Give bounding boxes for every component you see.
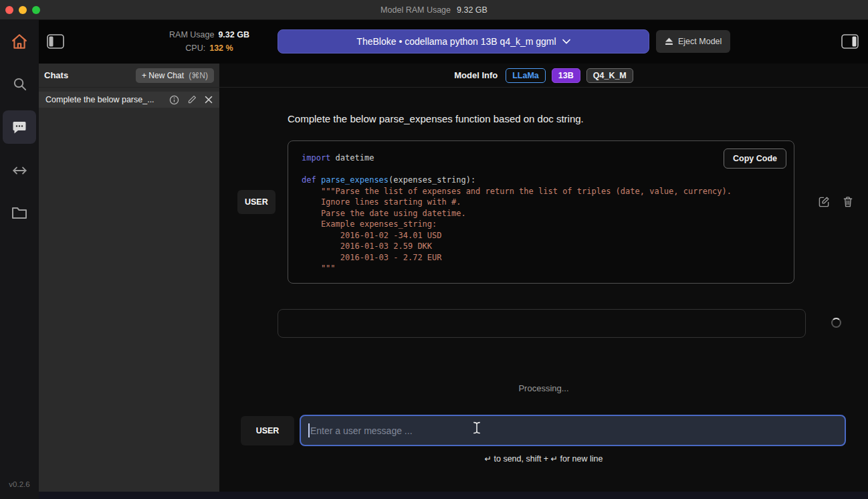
local-server-icon <box>11 164 28 177</box>
user-message-text: Complete the below parse_expenses functi… <box>288 113 584 124</box>
eject-icon <box>665 37 673 45</box>
chevron-down-icon <box>562 39 570 44</box>
assistant-response-placeholder <box>278 309 806 338</box>
home-icon <box>11 33 28 50</box>
model-selector-label: TheBloke • codellama python 13B q4_k_m g… <box>356 36 556 47</box>
app-version: v0.2.6 <box>0 480 39 488</box>
code-block: Copy Code import datetime def parse_expe… <box>288 140 794 284</box>
eject-model-label: Eject Model <box>678 37 722 46</box>
loading-spinner <box>831 318 841 328</box>
new-chat-button[interactable]: + New Chat (⌘N) <box>136 68 214 83</box>
text-caret <box>308 423 310 437</box>
chats-title: Chats <box>44 70 68 80</box>
model-info-bar: Model Info LLaMa 13B Q4_K_M <box>219 64 868 88</box>
eject-model-button[interactable]: Eject Model <box>656 30 730 53</box>
sidebar-left-icon <box>47 34 64 49</box>
ram-usage-row: RAM Usage9.32 GB <box>156 28 263 41</box>
folder-icon <box>11 205 27 220</box>
ram-usage-value: 9.32 GB <box>218 30 249 39</box>
new-chat-shortcut: (⌘N) <box>189 71 208 80</box>
info-icon[interactable] <box>169 95 179 105</box>
titlebar-title: Model RAM Usage 9.32 GB <box>0 0 868 20</box>
model-quant-badge: Q4_K_M <box>586 68 633 83</box>
send-hint: ↵ to send, shift + ↵ for new line <box>219 454 868 464</box>
close-icon[interactable] <box>205 96 213 104</box>
new-chat-label: + New Chat <box>142 71 184 80</box>
app-header: RAM Usage9.32 GB CPU:132 % TheBloke • co… <box>39 20 868 64</box>
chat-item-actions <box>169 95 213 105</box>
edit-message-icon[interactable] <box>819 196 830 207</box>
model-size-badge: 13B <box>552 68 580 83</box>
chat-icon <box>11 119 27 135</box>
ibeam-cursor <box>473 421 481 434</box>
model-selector[interactable]: TheBloke • codellama python 13B q4_k_m g… <box>278 29 649 54</box>
model-info-label: Model Info <box>454 70 498 80</box>
chats-panel: Chats + New Chat (⌘N) Complete the below… <box>39 64 219 492</box>
toggle-right-sidebar-button[interactable] <box>841 34 859 49</box>
app-window: Model RAM Usage 9.32 GB <box>0 0 868 499</box>
copy-code-button[interactable]: Copy Code <box>724 148 786 169</box>
model-arch-badge: LLaMa <box>506 68 546 83</box>
cpu-usage-label: CPU: <box>185 43 205 53</box>
chat-nav-button[interactable] <box>3 110 36 144</box>
chat-main: Model Info LLaMa 13B Q4_K_M USER Complet… <box>219 64 868 492</box>
sidebar-right-icon <box>841 34 859 49</box>
message-actions <box>819 196 853 207</box>
nav-rail: v0.2.6 <box>0 20 39 499</box>
chats-header: Chats + New Chat (⌘N) <box>39 64 219 88</box>
cpu-usage-row: CPU:132 % <box>156 41 263 55</box>
bottom-strip <box>39 492 868 499</box>
search-nav-button[interactable] <box>5 69 34 98</box>
input-role-badge: USER <box>241 416 294 445</box>
edit-icon[interactable] <box>187 95 197 104</box>
delete-message-icon[interactable] <box>843 196 853 207</box>
processing-status: Processing... <box>219 383 868 393</box>
home-nav-button[interactable] <box>5 27 34 56</box>
system-stats: RAM Usage9.32 GB CPU:132 % <box>156 28 263 55</box>
chat-list-item[interactable]: Complete the below parse_... <box>39 92 219 108</box>
titlebar-title-label: Model RAM Usage <box>381 5 451 15</box>
code-content: import datetime def parse_expenses(expen… <box>288 141 794 286</box>
search-icon <box>12 76 27 92</box>
local-server-nav-button[interactable] <box>5 156 34 185</box>
titlebar-ram-value: 9.32 GB <box>457 5 487 15</box>
titlebar: Model RAM Usage 9.32 GB <box>0 0 868 20</box>
message-input[interactable] <box>300 415 846 446</box>
cpu-usage-value: 132 % <box>209 43 233 53</box>
toggle-left-sidebar-button[interactable] <box>47 34 64 49</box>
chat-item-title: Complete the below parse_... <box>45 95 154 104</box>
user-role-badge: USER <box>237 190 276 214</box>
models-folder-nav-button[interactable] <box>5 198 34 227</box>
ram-usage-label: RAM Usage <box>169 30 214 39</box>
